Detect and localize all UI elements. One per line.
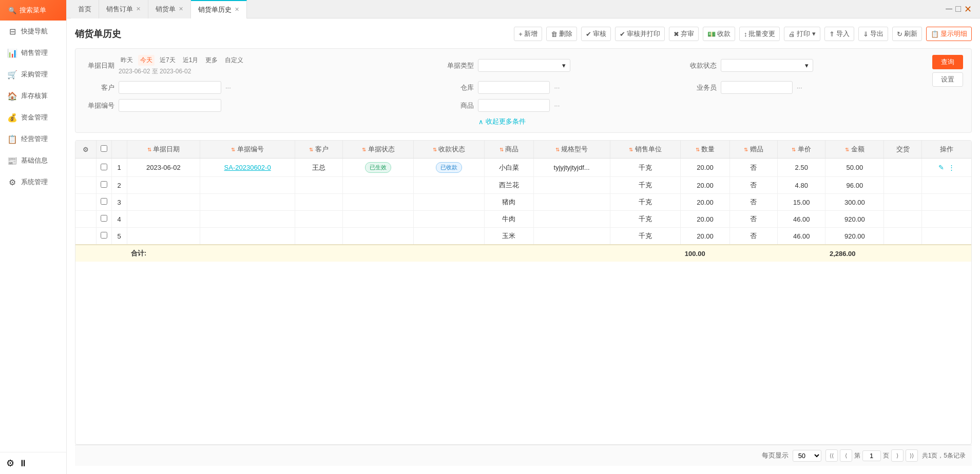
doc-no-input[interactable]	[119, 99, 221, 112]
row-checkbox-1[interactable]	[101, 181, 107, 188]
td-checkbox[interactable]	[96, 159, 111, 177]
th-gift[interactable]: ⇅ 赠品	[729, 141, 777, 159]
toolbar-export-button[interactable]: ⇓导出	[858, 27, 888, 41]
toolbar-print-button[interactable]: 🖨打印 ▾	[784, 27, 820, 41]
tab-sales-history[interactable]: 销货单历史✕	[191, 0, 247, 18]
settings-icon[interactable]: ⚙	[6, 458, 14, 469]
th-doc-no[interactable]: ⇅ 单据编号	[200, 141, 295, 159]
td-goods: 牛肉	[484, 211, 533, 228]
shortcut-custom[interactable]: 自定义	[223, 55, 245, 66]
sidebar-item-finance-mgmt[interactable]: 💰 资金管理	[0, 107, 66, 128]
th-payment-status[interactable]: ⇅ 收款状态	[414, 141, 485, 159]
shortcut-1month[interactable]: 近1月	[181, 55, 201, 66]
maximize-button[interactable]: □	[955, 4, 961, 15]
sidebar-item-inventory-calc[interactable]: 🏠 库存核算	[0, 85, 66, 107]
sidebar-item-system-mgmt[interactable]: ⚙ 系统管理	[0, 171, 66, 193]
query-button[interactable]: 查询	[932, 55, 963, 69]
row-checkbox-0[interactable]	[101, 164, 107, 170]
tab-close-sales-history[interactable]: ✕	[235, 6, 239, 13]
tab-close-sales-delivery[interactable]: ✕	[179, 6, 183, 12]
toolbar-abandon-button[interactable]: ✖弃审	[669, 27, 699, 41]
action-more-button[interactable]: ⋮	[946, 164, 957, 171]
th-settings[interactable]: ⚙	[75, 141, 96, 159]
td-settings	[75, 211, 96, 228]
summary-row: 合计: 100.00 2,286.00	[75, 245, 971, 262]
sidebar-item-sales-mgmt[interactable]: 📊 销售管理	[0, 42, 66, 64]
row-checkbox-2[interactable]	[101, 198, 107, 205]
th-qty[interactable]: ⇅ 数量	[681, 141, 729, 159]
goods-picker[interactable]: ···	[554, 102, 560, 109]
customer-picker[interactable]: ···	[225, 84, 231, 91]
first-page-button[interactable]: ⟨⟨	[825, 449, 838, 462]
tab-sales-order[interactable]: 销售订单✕	[99, 0, 148, 18]
sidebar-item-basic-info[interactable]: 📰 基础信息	[0, 150, 66, 171]
th-spec[interactable]: ⇅ 规格型号	[533, 141, 610, 159]
last-page-button[interactable]: ⟩⟩	[906, 449, 918, 462]
toolbar-audit-button[interactable]: ✔审核	[581, 27, 611, 41]
page-number-input[interactable]	[862, 450, 881, 461]
salesperson-input[interactable]	[721, 81, 793, 94]
collapse-button[interactable]: ∧ 收起更多条件	[84, 117, 920, 126]
th-amount[interactable]: ⇅ 金额	[825, 141, 884, 159]
td-checkbox[interactable]	[96, 194, 111, 211]
action-edit-button[interactable]: ✎	[936, 164, 946, 171]
toolbar-import-button[interactable]: ⇑导入	[824, 27, 854, 41]
payment-status-select[interactable]: ▾	[721, 59, 813, 72]
th-unit-price[interactable]: ⇅ 单价	[778, 141, 825, 159]
td-checkbox[interactable]	[96, 228, 111, 245]
td-payment-status: 已收款	[414, 159, 485, 177]
main-area: 首页销售订单✕销货单✕销货单历史✕ ─ □ ✕ 销货单历史 +新增🗑删除✔审核✔…	[67, 0, 980, 474]
th-doc-status[interactable]: ⇅ 单据状态	[343, 141, 414, 159]
sidebar-item-purchase-mgmt[interactable]: 🛒 采购管理	[0, 64, 66, 85]
next-page-button[interactable]: ⟩	[891, 449, 904, 462]
shortcut-today[interactable]: 今天	[138, 55, 155, 66]
shortcut-7days[interactable]: 近7天	[158, 55, 178, 66]
doc-no-link[interactable]: SA-20230602-0	[224, 164, 271, 171]
th-sales-unit[interactable]: ⇅ 销售单位	[610, 141, 681, 159]
toolbar-audit-print-button[interactable]: ✔审核并打印	[615, 27, 665, 41]
tab-close-sales-order[interactable]: ✕	[136, 6, 141, 12]
toolbar-collect-button[interactable]: 💵收款	[703, 27, 735, 41]
prev-page-button[interactable]: ⟨	[840, 449, 852, 462]
customer-input[interactable]	[119, 81, 221, 94]
toolbar-batch-change-button[interactable]: ↕批量变更	[739, 27, 780, 41]
th-customer[interactable]: ⇅ 客户	[295, 141, 342, 159]
salesperson-picker[interactable]: ···	[797, 84, 802, 91]
th-goods[interactable]: ⇅ 商品	[484, 141, 533, 159]
th-doc-date[interactable]: ⇅ 单据日期	[127, 141, 200, 159]
select-all-checkbox[interactable]	[101, 145, 107, 152]
doc-type-select[interactable]: ▾	[478, 59, 570, 72]
warehouse-input[interactable]	[478, 81, 550, 94]
close-button[interactable]: ✕	[964, 4, 972, 15]
td-doc-status	[343, 228, 414, 245]
set-button[interactable]: 设置	[932, 72, 963, 87]
td-checkbox[interactable]	[96, 211, 111, 228]
quick-nav-icon: ⊟	[8, 27, 17, 36]
row-checkbox-3[interactable]	[101, 215, 107, 222]
minimize-button[interactable]: ─	[946, 4, 952, 15]
sidebar-item-operations-mgmt[interactable]: 📋 经营管理	[0, 128, 66, 150]
export-btn-icon: ⇓	[863, 30, 869, 38]
shortcut-more[interactable]: 更多	[203, 55, 220, 66]
column-settings-icon[interactable]: ⚙	[83, 146, 89, 153]
td-checkbox[interactable]	[96, 177, 111, 194]
page-size-select[interactable]: 50 100 200	[793, 450, 821, 462]
pause-icon[interactable]: ⏸	[18, 458, 28, 469]
toolbar-new-button[interactable]: +新增	[514, 27, 542, 41]
row-checkbox-4[interactable]	[101, 232, 107, 239]
shortcut-yesterday[interactable]: 昨天	[119, 55, 135, 66]
sidebar-item-quick-nav[interactable]: ⊟ 快捷导航	[0, 21, 66, 42]
toolbar-show-detail-button[interactable]: 📋显示明细	[926, 27, 972, 41]
warehouse-picker[interactable]: ···	[554, 84, 560, 91]
goods-input[interactable]	[478, 99, 550, 112]
td-customer	[295, 177, 342, 194]
total-info: 共1页，5条记录	[922, 451, 966, 460]
new-btn-icon: +	[518, 30, 523, 38]
tab-home[interactable]: 首页	[71, 0, 99, 18]
summary-qty: 100.00	[681, 245, 729, 262]
toolbar-refresh-button[interactable]: ↻刷新	[892, 27, 922, 41]
th-checkbox[interactable]	[96, 141, 111, 159]
tab-sales-delivery[interactable]: 销货单✕	[148, 0, 191, 18]
toolbar-delete-button[interactable]: 🗑删除	[546, 27, 577, 41]
search-menu-button[interactable]: 🔍 搜索菜单	[0, 0, 66, 21]
